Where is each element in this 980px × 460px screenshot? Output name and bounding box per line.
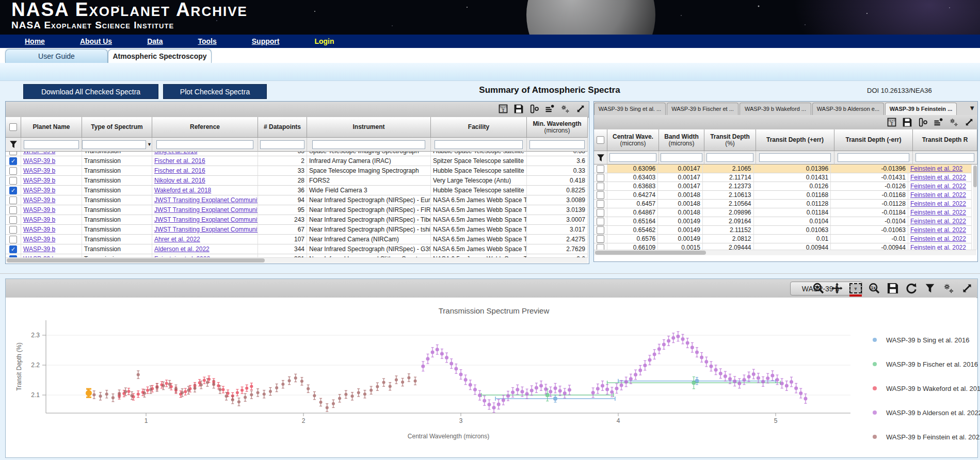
column-header[interactable]: Central Wave.(microns) — [607, 129, 659, 151]
undo-icon[interactable] — [904, 281, 919, 295]
left-table-hscrollbar[interactable] — [6, 257, 588, 263]
reference-link[interactable]: WASP-39 b — [23, 152, 55, 155]
spectrum-tab[interactable]: WASP-39 b Sing et al. ... — [594, 103, 666, 115]
column-header[interactable]: Transit Depth(%) — [704, 129, 756, 151]
settings-icon[interactable] — [559, 103, 571, 115]
download-all-checked-spectra-button[interactable]: Download All Checked Spectra — [23, 84, 158, 99]
tab-overflow-caret-icon[interactable]: ▼ — [969, 104, 975, 112]
fullscreen-icon[interactable] — [574, 103, 587, 115]
row-checkbox[interactable] — [9, 236, 17, 243]
reference-link[interactable]: Feinstein et al. 2022 — [910, 174, 966, 181]
settings-icon[interactable] — [941, 281, 956, 295]
row-checkbox[interactable] — [597, 200, 604, 208]
row-info-icon[interactable] — [932, 116, 944, 128]
row-checkbox[interactable] — [9, 206, 17, 214]
row-checkbox[interactable] — [9, 152, 17, 155]
reference-link[interactable]: Sing et al. 2016 — [154, 152, 197, 155]
save-icon[interactable] — [512, 103, 525, 115]
column-control-icon[interactable] — [917, 116, 929, 128]
legend-item[interactable]: WASP-39 b Fischer et al. 2016 — [873, 359, 980, 369]
right-table-hscrollbar[interactable] — [594, 250, 976, 255]
column-header[interactable]: Reference — [152, 117, 258, 138]
reference-link[interactable]: WASP-39 b — [23, 177, 55, 184]
reference-link[interactable]: Feinstein et al. 2022 — [910, 209, 966, 216]
save-icon[interactable] — [886, 281, 900, 295]
column-header[interactable]: Min. Wavelength(microns) — [527, 117, 588, 138]
reference-link[interactable]: Feinstein et al. 2022 — [910, 244, 966, 250]
reference-link[interactable]: WASP-39 b — [23, 226, 55, 233]
text-view-icon[interactable]: TEXTT — [497, 103, 509, 115]
transmission-spectrum-plot[interactable]: 1 2 3 4 5 2.1 2.2 2.3Transit Depth (%)Ce… — [6, 298, 976, 457]
reference-link[interactable]: Feinstein et al. 2022 — [910, 218, 966, 225]
fullscreen-icon[interactable] — [963, 116, 975, 128]
column-filter-input[interactable] — [260, 140, 304, 149]
reference-link[interactable]: Feinstein et al. 2022 — [910, 183, 966, 190]
legend-item[interactable]: WASP-39 b Wakeford et al. 2018 — [873, 383, 980, 393]
right-table-vscrollbar[interactable] — [973, 165, 977, 250]
row-checkbox[interactable] — [9, 196, 17, 204]
row-info-icon[interactable] — [543, 103, 556, 115]
column-header[interactable]: Transit Depth (-err) — [834, 129, 913, 151]
reference-link[interactable]: Fischer et al. 2016 — [154, 157, 205, 165]
reference-link[interactable]: Feinstein et al. 2022 — [910, 235, 966, 242]
spectrum-tab[interactable]: WASP-39 b Fischer et ... — [667, 103, 738, 115]
reset-zoom-icon[interactable]: 1x — [867, 281, 881, 295]
column-filter-input[interactable] — [24, 140, 79, 149]
reference-link[interactable]: Fischer et al. 2016 — [154, 167, 205, 174]
text-view-icon[interactable]: TEXTT — [886, 116, 898, 128]
reference-link[interactable]: JWST Transiting Exoplanet Communit — [154, 226, 258, 233]
legend-item[interactable]: WASP-39 b Sing et al. 2016 — [873, 335, 980, 345]
row-checkbox[interactable] — [9, 216, 17, 224]
column-filter-input[interactable] — [838, 153, 909, 162]
right-table-vscroll-thumb[interactable] — [973, 166, 977, 187]
reference-link[interactable]: WASP-39 b — [23, 245, 55, 253]
select-all-checkbox[interactable] — [597, 136, 604, 144]
column-header[interactable]: Planet Name — [21, 117, 82, 138]
select-all-checkbox[interactable] — [9, 123, 17, 131]
column-header[interactable]: Band Width(microns) — [659, 129, 704, 151]
column-filter-input[interactable] — [82, 140, 146, 149]
right-table-hscroll-thumb[interactable] — [595, 251, 706, 255]
row-checkbox[interactable] — [9, 167, 17, 175]
column-filter-input[interactable] — [759, 153, 831, 162]
reference-link[interactable]: WASP-39 b — [23, 196, 55, 204]
row-checkbox[interactable]: ✓ — [9, 187, 17, 194]
tab-atmospheric-spectroscopy[interactable]: Atmospheric Spectroscopy — [108, 49, 212, 63]
nav-item-support[interactable]: Support — [252, 37, 280, 45]
spectrum-tab[interactable]: WASP-39 b Alderson e... — [812, 103, 884, 115]
reference-link[interactable]: WASP-39 b — [23, 216, 55, 223]
column-filter-input[interactable] — [156, 140, 253, 149]
reference-link[interactable]: Feinstein et al. 202 — [910, 165, 962, 172]
row-checkbox[interactable]: ✓ — [9, 245, 17, 253]
column-filter-input[interactable] — [529, 140, 585, 149]
reference-link[interactable]: WASP-39 b — [23, 157, 55, 165]
column-filter-input[interactable] — [661, 153, 702, 162]
tab-user-guide[interactable]: User Guide — [5, 49, 108, 63]
column-control-icon[interactable] — [528, 103, 540, 115]
fullscreen-icon[interactable] — [960, 281, 974, 295]
nav-item-about-us[interactable]: About Us — [80, 37, 112, 45]
row-checkbox[interactable] — [9, 226, 17, 234]
filter-icon[interactable] — [923, 281, 937, 295]
save-icon[interactable] — [901, 116, 913, 128]
legend-item[interactable]: WASP-39 b Feinstein et al. 2022 — [873, 432, 980, 442]
column-filter-input[interactable] — [435, 140, 522, 149]
legend-item[interactable]: WASP-39 b Alderson et al. 2022 — [873, 407, 980, 418]
nav-item-login[interactable]: Login — [314, 37, 334, 45]
filter-dropdown-icon[interactable]: ▼ — [147, 142, 152, 147]
pan-icon[interactable] — [830, 281, 844, 295]
reference-link[interactable]: WASP-39 b — [23, 206, 55, 213]
spectrum-tab[interactable]: WASP-39 b Wakeford ... — [740, 103, 811, 115]
row-checkbox[interactable] — [597, 209, 604, 217]
box-zoom-icon[interactable] — [848, 281, 863, 295]
column-header[interactable]: Transit Depth (+err) — [756, 129, 834, 151]
row-checkbox[interactable] — [597, 165, 604, 173]
row-checkbox[interactable] — [597, 191, 604, 199]
row-checkbox[interactable] — [597, 226, 604, 234]
reference-link[interactable]: JWST Transiting Exoplanet Communit — [154, 206, 258, 213]
reference-link[interactable]: Feinstein et al. 2022 — [910, 191, 966, 199]
reference-link[interactable]: WASP-39 b — [23, 187, 55, 194]
row-checkbox[interactable] — [597, 174, 604, 182]
row-checkbox[interactable]: ✓ — [9, 157, 17, 165]
left-table-hscroll-thumb[interactable] — [7, 258, 265, 262]
